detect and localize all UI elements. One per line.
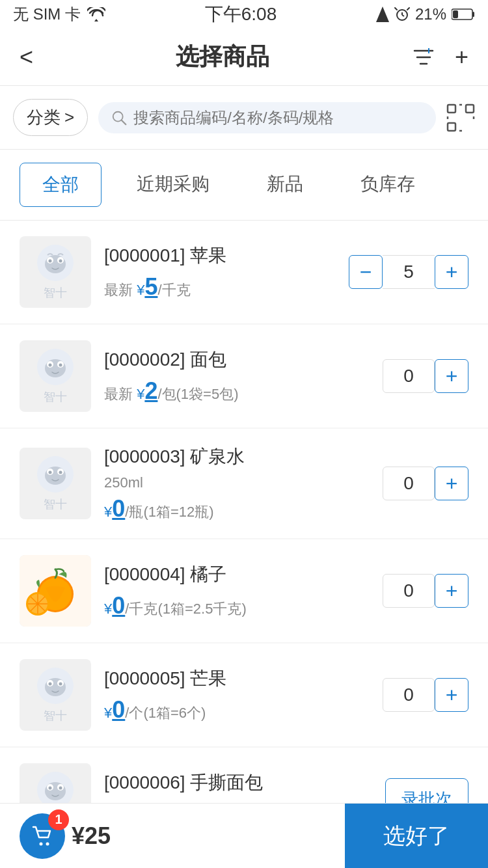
quantity-control: + <box>383 574 468 608</box>
product-thumbnail: 智十 <box>20 340 91 412</box>
tab-all[interactable]: 全部 <box>20 163 102 207</box>
category-button[interactable]: 分类 > <box>13 99 88 136</box>
confirm-button[interactable]: 选好了 <box>345 804 488 869</box>
quantity-increase-button[interactable]: + <box>435 359 468 393</box>
status-bar: 无 SIM 卡 下午6:08 21% <box>0 0 488 29</box>
product-spec: 250ml <box>104 474 370 491</box>
filter-row: 分类 > <box>0 86 488 150</box>
product-item: 智十 [0000002] 面包 最新 ¥2/包(1袋=5包) + <box>0 325 488 427</box>
product-name: [0000006] 手撕面包 <box>104 770 372 795</box>
product-info: [0000002] 面包 最新 ¥2/包(1袋=5包) <box>104 347 370 405</box>
quantity-input[interactable] <box>383 467 435 500</box>
product-item: 智十 [0000003] 矿泉水 250ml ¥0/瓶(1箱=12瓶) + <box>0 429 488 538</box>
cart-badge: 1 <box>48 809 69 830</box>
tab-new[interactable]: 新品 <box>245 163 325 207</box>
status-left: 无 SIM 卡 <box>13 4 105 25</box>
quantity-control: − + <box>349 255 468 289</box>
bottom-bar: 1 ¥25 选好了 <box>0 803 488 868</box>
page-title: 选择商品 <box>176 41 269 73</box>
cart-icon-button[interactable]: 1 <box>20 813 65 859</box>
back-button[interactable]: < <box>20 44 33 71</box>
svg-rect-12 <box>448 105 455 113</box>
product-price: ¥0/个(1箱=6个) <box>104 696 370 724</box>
battery-icon <box>452 8 475 20</box>
search-input[interactable] <box>133 109 423 127</box>
quantity-input[interactable] <box>383 359 435 393</box>
product-info: [0000005] 芒果 ¥0/个(1箱=6个) <box>104 666 370 724</box>
product-thumbnail: 智十 <box>20 236 91 308</box>
product-item: [0000004] 橘子 ¥0/千克(1箱=2.5千克) + <box>0 539 488 642</box>
product-name: [0000003] 矿泉水 <box>104 444 370 469</box>
product-info: [0000003] 矿泉水 250ml ¥0/瓶(1箱=12瓶) <box>104 444 370 522</box>
product-thumbnail <box>20 555 91 627</box>
svg-point-52 <box>49 787 52 790</box>
tab-row: 全部 近期采购 新品 负库存 <box>0 150 488 221</box>
svg-rect-5 <box>453 10 458 18</box>
product-price: ¥0/千克(1箱=2.5千克) <box>104 592 370 619</box>
carrier-label: 无 SIM 卡 <box>13 4 81 25</box>
product-name: [0000001] 苹果 <box>104 243 336 268</box>
cart-section: 1 ¥25 <box>0 813 345 859</box>
alarm-icon <box>394 7 410 22</box>
filter-icon[interactable] <box>412 46 435 69</box>
category-chevron: > <box>64 107 74 128</box>
tab-recent[interactable]: 近期采购 <box>115 163 232 207</box>
svg-point-30 <box>59 364 62 367</box>
quantity-input[interactable] <box>383 678 435 712</box>
svg-rect-14 <box>448 123 455 131</box>
product-name: [0000005] 芒果 <box>104 666 370 691</box>
product-item: 智十 [0000005] 芒果 ¥0/个(1箱=6个) + <box>0 644 488 746</box>
search-box[interactable] <box>98 102 436 133</box>
svg-point-23 <box>49 260 52 263</box>
nav-right-actions: + <box>412 44 468 71</box>
svg-point-29 <box>49 364 52 367</box>
svg-point-35 <box>49 471 52 474</box>
svg-line-11 <box>122 120 126 124</box>
wifi-icon <box>87 7 105 21</box>
scan-icon[interactable] <box>446 103 475 132</box>
quantity-increase-button[interactable]: + <box>435 574 468 608</box>
product-name: [0000002] 面包 <box>104 347 370 372</box>
quantity-increase-button[interactable]: + <box>435 255 468 289</box>
quantity-input[interactable] <box>383 574 435 608</box>
status-right: 21% <box>376 5 475 23</box>
product-info: [0000001] 苹果 最新 ¥5/千克 <box>104 243 336 301</box>
tab-negative[interactable]: 负库存 <box>338 163 437 207</box>
search-icon <box>111 109 127 126</box>
category-label: 分类 <box>27 106 61 129</box>
quantity-control: + <box>383 678 468 712</box>
quantity-decrease-button[interactable]: − <box>349 255 383 289</box>
cart-total: ¥25 <box>72 822 111 850</box>
battery-label: 21% <box>415 5 446 23</box>
svg-line-2 <box>402 15 404 16</box>
svg-rect-4 <box>472 12 474 17</box>
product-list: 智十 [0000001] 苹果 最新 ¥5/千克 − + <box>0 221 488 868</box>
svg-rect-13 <box>466 105 474 113</box>
quantity-control: + <box>383 359 468 393</box>
svg-point-47 <box>59 683 62 686</box>
quantity-input[interactable] <box>383 255 435 289</box>
quantity-control: + <box>383 467 468 500</box>
product-name: [0000004] 橘子 <box>104 562 370 587</box>
product-price: 最新 ¥5/千克 <box>104 273 336 301</box>
product-item: 智十 [0000001] 苹果 最新 ¥5/千克 − + <box>0 221 488 323</box>
cart-icon <box>31 824 54 848</box>
svg-point-57 <box>46 842 49 845</box>
product-thumbnail: 智十 <box>20 448 91 519</box>
status-time: 下午6:08 <box>205 2 277 27</box>
product-thumbnail: 智十 <box>20 659 91 731</box>
quantity-increase-button[interactable]: + <box>435 467 468 500</box>
product-info: [0000004] 橘子 ¥0/千克(1箱=2.5千克) <box>104 562 370 619</box>
orange-image <box>20 555 91 627</box>
product-price: ¥0/瓶(1箱=12瓶) <box>104 495 370 522</box>
product-price: 最新 ¥2/包(1袋=5包) <box>104 377 370 405</box>
svg-point-24 <box>59 260 62 263</box>
quantity-increase-button[interactable]: + <box>435 678 468 712</box>
svg-point-46 <box>49 683 52 686</box>
svg-point-53 <box>59 787 62 790</box>
nav-bar: < 选择商品 + <box>0 29 488 86</box>
location-icon <box>376 7 389 22</box>
svg-point-36 <box>59 471 62 474</box>
svg-point-56 <box>40 842 43 845</box>
add-button[interactable]: + <box>455 44 468 71</box>
